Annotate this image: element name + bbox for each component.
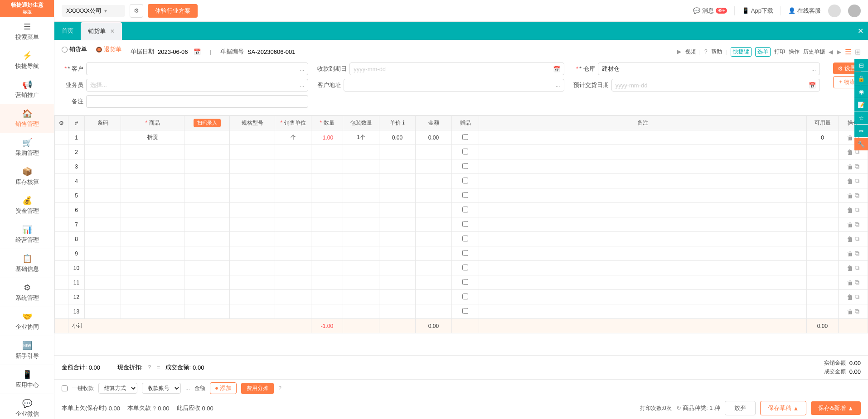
cell-price-12[interactable] xyxy=(379,304,416,319)
cell-goods-5[interactable] xyxy=(121,203,184,217)
cell-amount-10[interactable] xyxy=(416,275,452,290)
th-scan[interactable]: 扫码录入 xyxy=(184,116,230,130)
cell-goods-1[interactable] xyxy=(121,145,184,159)
cell-spec-10[interactable] xyxy=(230,275,275,290)
toolbar-shortcut-btn[interactable]: 快捷键 xyxy=(731,47,752,57)
delete-icon-2[interactable]: 🗑 xyxy=(847,163,853,170)
cell-remark-7[interactable] xyxy=(479,232,807,246)
cell-qty-12[interactable] xyxy=(311,304,343,319)
cell-qty-11[interactable] xyxy=(311,290,343,304)
cell-goods-8[interactable] xyxy=(121,246,184,261)
split-help-icon[interactable]: ? xyxy=(278,385,281,391)
cell-qty-6[interactable] xyxy=(311,217,343,232)
cell-pkgqty-12[interactable] xyxy=(343,304,379,319)
cell-price-2[interactable] xyxy=(379,159,416,174)
toolbar-history-btn[interactable]: 历史单据 xyxy=(803,48,825,56)
cell-gift-4[interactable] xyxy=(452,188,479,203)
customer-input[interactable]: ... xyxy=(86,63,308,75)
toolbar-next-icon[interactable]: ▶ xyxy=(837,48,841,55)
cell-amount-7[interactable] xyxy=(416,232,452,246)
cell-spec2-3[interactable] xyxy=(184,174,230,188)
company-selector[interactable]: XXXXXX公司 ▾ xyxy=(62,5,125,17)
cell-goods-11[interactable] xyxy=(121,290,184,304)
cell-unit-11[interactable] xyxy=(275,290,311,304)
cell-pkgqty-5[interactable] xyxy=(343,203,379,217)
delete-icon-1[interactable]: 🗑 xyxy=(847,149,853,156)
cell-pkgqty-8[interactable] xyxy=(343,246,379,261)
cell-barcode-6[interactable] xyxy=(85,217,121,232)
toolbar-select-btn[interactable]: 选单 xyxy=(755,47,771,57)
cell-spec-11[interactable] xyxy=(230,290,275,304)
cell-barcode-9[interactable] xyxy=(85,261,121,275)
discount-help-icon[interactable]: ? xyxy=(148,364,151,371)
save-draft-button[interactable]: 保存草稿 ▲ xyxy=(760,401,807,415)
cell-goods-12[interactable] xyxy=(121,304,184,319)
delete-icon-3[interactable]: 🗑 xyxy=(847,178,853,185)
delete-icon-9[interactable]: 🗑 xyxy=(847,265,853,272)
cell-amount-0[interactable]: 0.00 xyxy=(416,130,452,145)
tab-sales-order[interactable]: 销货单 ✕ xyxy=(81,22,122,40)
trial-button[interactable]: 体验行业方案 xyxy=(148,4,198,18)
cell-amount-8[interactable] xyxy=(416,246,452,261)
cell-pkgqty-10[interactable] xyxy=(343,275,379,290)
cell-price-4[interactable] xyxy=(379,188,416,203)
delete-icon-6[interactable]: 🗑 xyxy=(847,221,853,228)
cell-pkgqty-3[interactable] xyxy=(343,174,379,188)
right-tool-note[interactable]: 📝 xyxy=(854,98,868,111)
sidebar-item-operations[interactable]: 📊 经营管理 xyxy=(0,220,54,249)
cell-price-9[interactable] xyxy=(379,261,416,275)
scan-button[interactable]: 扫码录入 xyxy=(194,119,221,127)
sidebar-item-wechat[interactable]: 💬 企业微信 xyxy=(0,394,54,419)
cell-spec-9[interactable] xyxy=(230,261,275,275)
cell-unit-6[interactable] xyxy=(275,217,311,232)
cell-unit-7[interactable] xyxy=(275,232,311,246)
cell-qty-8[interactable] xyxy=(311,246,343,261)
cell-price-0[interactable]: 0.00 xyxy=(379,130,416,145)
sidebar-item-purchase[interactable]: 🛒 采购管理 xyxy=(0,133,54,162)
sidebar-item-marketing[interactable]: 📢 营销推广 xyxy=(0,75,54,104)
avatar[interactable] xyxy=(828,5,841,17)
cell-qty-4[interactable] xyxy=(311,188,343,203)
cell-unit-2[interactable] xyxy=(275,159,311,174)
cell-remark-8[interactable] xyxy=(479,246,807,261)
right-tool-lock[interactable]: 🔒 xyxy=(854,72,868,85)
settings-gear-button[interactable]: ⚙ xyxy=(130,4,143,18)
customer-address-input[interactable]: ... xyxy=(344,79,564,92)
payment-method-select[interactable]: 结算方式 xyxy=(98,383,137,394)
cell-spec2-6[interactable] xyxy=(184,217,230,232)
cell-spec-5[interactable] xyxy=(230,203,275,217)
cell-pkgqty-4[interactable] xyxy=(343,188,379,203)
sidebar-item-quicknav[interactable]: ⚡ 快捷导航 xyxy=(0,46,54,75)
cell-barcode-3[interactable] xyxy=(85,174,121,188)
copy-icon-2[interactable]: ⧉ xyxy=(855,163,859,170)
cell-barcode-5[interactable] xyxy=(85,203,121,217)
sales-order-radio[interactable]: 销货单 xyxy=(62,45,87,53)
return-order-radio[interactable]: 退货单 xyxy=(96,45,121,53)
cell-spec-7[interactable] xyxy=(230,232,275,246)
toolbar-operation-btn[interactable]: 操作 xyxy=(789,48,800,56)
toolbar-print-btn[interactable]: 打印 xyxy=(774,48,785,56)
cell-barcode-11[interactable] xyxy=(85,290,121,304)
cell-goods-2[interactable] xyxy=(121,159,184,174)
cell-remark-4[interactable] xyxy=(479,188,807,203)
delete-icon-11[interactable]: 🗑 xyxy=(847,294,853,301)
cell-remark-11[interactable] xyxy=(479,290,807,304)
cell-price-6[interactable] xyxy=(379,217,416,232)
cell-goods-9[interactable] xyxy=(121,261,184,275)
toolbar-help-btn[interactable]: 帮助 xyxy=(711,48,722,56)
cell-amount-4[interactable] xyxy=(416,188,452,203)
cell-spec-4[interactable] xyxy=(230,188,275,203)
cell-pkgqty-0[interactable]: 1个 xyxy=(343,130,379,145)
cell-spec2-4[interactable] xyxy=(184,188,230,203)
split-cost-button[interactable]: 费用分摊 xyxy=(241,383,274,394)
sidebar-item-system[interactable]: ⚙ 系统管理 xyxy=(0,278,54,307)
cell-qty-3[interactable] xyxy=(311,174,343,188)
sidebar-item-enterprise[interactable]: 🤝 企业协同 xyxy=(0,307,54,336)
cell-qty-5[interactable] xyxy=(311,203,343,217)
tab-home[interactable]: 首页 xyxy=(54,22,81,40)
cell-spec2-0[interactable] xyxy=(184,130,230,145)
cell-barcode-4[interactable] xyxy=(85,188,121,203)
cell-amount-5[interactable] xyxy=(416,203,452,217)
cell-unit-3[interactable] xyxy=(275,174,311,188)
cell-unit-4[interactable] xyxy=(275,188,311,203)
